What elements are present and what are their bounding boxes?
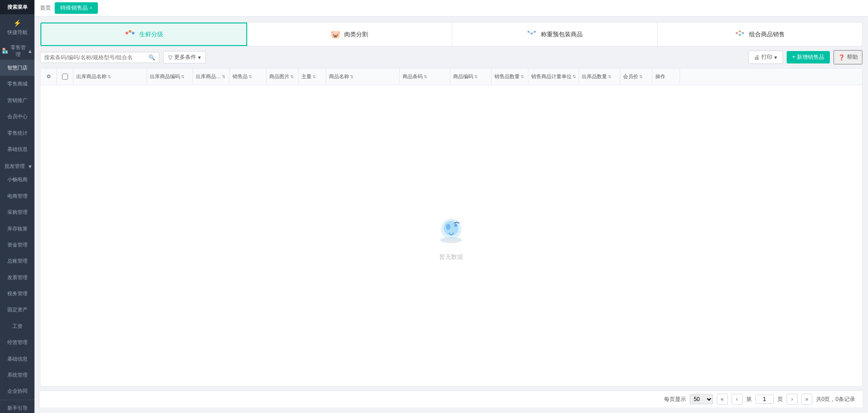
help-button[interactable]: ❓ 帮助 — [834, 50, 862, 64]
svg-point-20 — [444, 221, 459, 235]
filter-icon: ▽ — [168, 54, 172, 61]
fresh-grade-icon — [125, 29, 136, 40]
sidebar-item-inventory[interactable]: 库存核算 — [0, 221, 34, 237]
add-product-button[interactable]: + 新增销售品 — [787, 51, 830, 63]
search-input[interactable] — [44, 54, 147, 61]
th-check[interactable] — [57, 69, 74, 85]
help-icon: ❓ — [838, 54, 845, 61]
sidebar-item-payroll[interactable]: 工资 — [0, 318, 34, 334]
sidebar-item-label: 智慧门店 — [7, 64, 28, 71]
sidebar-logo[interactable]: 搜索菜单 — [0, 0, 34, 14]
sidebar-item-retail-mall[interactable]: 零售商城 — [0, 76, 34, 92]
th-action: 操作 — [652, 69, 680, 85]
main-content: 首页 特殊销售品 × 生鲜分级 — [34, 0, 868, 413]
sidebar-item-fixed-assets[interactable]: 固定资产 — [0, 302, 34, 318]
page-unit: 页 — [777, 396, 783, 403]
tab-meat-cut[interactable]: 🐷 肉类分割 — [247, 23, 453, 46]
th-weight[interactable]: 主量 ⇅ — [299, 69, 326, 85]
th-out-name[interactable]: 出库商品名称 ⇅ — [74, 69, 147, 85]
th-item-code[interactable]: 商品编码 ⇅ — [450, 69, 492, 85]
sidebar-item-finance-mgmt[interactable]: 资金管理 — [0, 237, 34, 253]
sidebar-item-label: 会员中心 — [7, 113, 28, 120]
sidebar-item-corp-agreement[interactable]: 企业协同 — [0, 383, 34, 399]
th-barcode[interactable]: 商品条码 ⇅ — [400, 69, 450, 85]
sidebar-item-purchase-mgmt[interactable]: 采购管理 — [0, 204, 34, 220]
sidebar-item-system-mgmt[interactable]: 系统管理 — [0, 367, 34, 383]
th-sale-item[interactable]: 销售品 ⇅ — [230, 69, 267, 85]
empty-text: 暂无数据 — [439, 253, 463, 261]
th-member-price[interactable]: 会员价 ⇅ — [620, 69, 652, 85]
sidebar-item-sales-promo[interactable]: 营销推广 — [0, 92, 34, 109]
th-out-qty[interactable]: 出库品数量 ⇅ — [579, 69, 620, 85]
sidebar-item-smart-store[interactable]: 智慧门店 — [0, 60, 34, 76]
print-button[interactable]: 🖨 打印 ▾ — [748, 51, 783, 64]
first-page-button[interactable]: « — [717, 394, 728, 405]
sidebar-item-label: 经营管理 — [7, 339, 28, 346]
tab-weight-pkg[interactable]: 称重预包装商品 — [452, 23, 658, 46]
th-settings[interactable]: ⚙ — [40, 69, 57, 85]
search-box[interactable]: 🔍 — [40, 52, 159, 63]
th-sale-unit[interactable]: 销售商品计量单位 ⇅ — [528, 69, 579, 85]
sidebar-item-member-center[interactable]: 会员中心 — [0, 109, 34, 125]
sidebar-item-invoice-mgmt[interactable]: 发票管理 — [0, 270, 34, 286]
svg-point-22 — [454, 224, 457, 226]
sort-icon: ⇅ — [222, 75, 226, 79]
th-out-code[interactable]: 出库商品编码 ⇅ — [147, 69, 193, 85]
tab-combo-sale[interactable]: 组合商品销售 — [658, 23, 862, 46]
tab-label: 组合商品销售 — [749, 30, 785, 39]
page-size-select[interactable]: 50 10 20 100 — [690, 394, 713, 404]
tab-label: 特殊销售品 — [60, 4, 88, 12]
chevron-down-icon: ▾ — [774, 54, 777, 61]
sidebar-item-retail-mgmt[interactable]: 🏪 零售管理 ▲ — [0, 40, 34, 60]
sidebar-item-general-ledger[interactable]: 总账管理 — [0, 253, 34, 269]
sidebar-item-ops-mgmt[interactable]: 经营管理 — [0, 334, 34, 350]
home-link[interactable]: 首页 — [40, 4, 51, 12]
sidebar-item-label: 基础信息 — [7, 146, 28, 153]
sidebar-item-basic-info[interactable]: 基础信息 — [0, 141, 34, 157]
chevron-icon: ▲ — [28, 48, 33, 54]
close-icon[interactable]: × — [90, 6, 92, 11]
sidebar-item-retail-stats[interactable]: 零售统计 — [0, 125, 34, 141]
sidebar-item-label: 新手引导 — [7, 405, 28, 412]
sidebar-item-quick-nav[interactable]: ⚡ 快捷导航 — [0, 14, 34, 40]
select-all-checkbox[interactable] — [62, 74, 68, 80]
th-out-sku[interactable]: 出库商品… ⇅ — [193, 69, 230, 85]
sidebar-item-batch-mgmt[interactable]: 批发管理 ▼ — [0, 159, 34, 172]
filter-button[interactable]: ▽ 更多条件 ▾ — [163, 51, 206, 63]
chevron-down-icon: ▾ — [198, 54, 201, 61]
sort-icon: ⇅ — [181, 75, 185, 79]
pagination-bar: 每页显示 50 10 20 100 « ‹ 第 页 › » 共0页，0条记录 — [40, 390, 862, 407]
quick-nav-icon: ⚡ — [13, 19, 21, 28]
search-icon: 🔍 — [148, 54, 155, 61]
empty-illustration — [433, 211, 470, 247]
sidebar-item-label: 固定资产 — [7, 306, 28, 313]
tab-label: 生鲜分级 — [139, 30, 163, 39]
sidebar-item-label: 发票管理 — [7, 274, 28, 281]
sidebar-item-basic-info2[interactable]: 基础信息 — [0, 351, 34, 367]
retail-mgmt-icon: 🏪 — [2, 48, 8, 54]
tab-fresh-grade[interactable]: 生鲜分级 — [40, 23, 247, 46]
th-sale-qty[interactable]: 销售品数量 ⇅ — [492, 69, 528, 85]
sidebar: 搜索菜单 ⚡ 快捷导航 🏪 零售管理 ▲ 智慧门店 零售商城 营销推广 会员中心… — [0, 0, 34, 413]
sidebar-item-label: 系统管理 — [7, 372, 28, 379]
table-container: ⚙ 出库商品名称 ⇅ 出库商品编码 ⇅ 出库商品… ⇅ 销售品 — [40, 68, 862, 387]
page-number-input[interactable] — [755, 395, 774, 404]
sidebar-item-label: 快捷导航 — [7, 29, 28, 36]
sidebar-item-new-guide[interactable]: 新手引导 — [0, 400, 34, 413]
svg-point-21 — [446, 224, 451, 229]
th-img[interactable]: 商品图片 ⇅ — [267, 69, 299, 85]
sidebar-item-tax-mgmt[interactable]: 税务管理 — [0, 286, 34, 302]
sidebar-item-mini-ecom[interactable]: 小畅电商 — [0, 172, 34, 188]
sidebar-item-label: 资金管理 — [7, 241, 28, 248]
sidebar-item-ecom-mgmt[interactable]: 电商管理 — [0, 188, 34, 204]
th-sale-name[interactable]: 商品名称 ⇅ — [326, 69, 400, 85]
last-page-button[interactable]: » — [801, 394, 812, 405]
sidebar-item-label: 企业协同 — [7, 388, 28, 395]
print-label: 打印 — [761, 53, 772, 61]
next-page-button[interactable]: › — [787, 394, 798, 405]
sort-icon: ⇅ — [608, 75, 612, 79]
prev-page-button[interactable]: ‹ — [732, 394, 743, 405]
combo-sale-icon — [734, 29, 745, 40]
active-tab[interactable]: 特殊销售品 × — [55, 2, 98, 14]
svg-line-17 — [740, 33, 743, 35]
